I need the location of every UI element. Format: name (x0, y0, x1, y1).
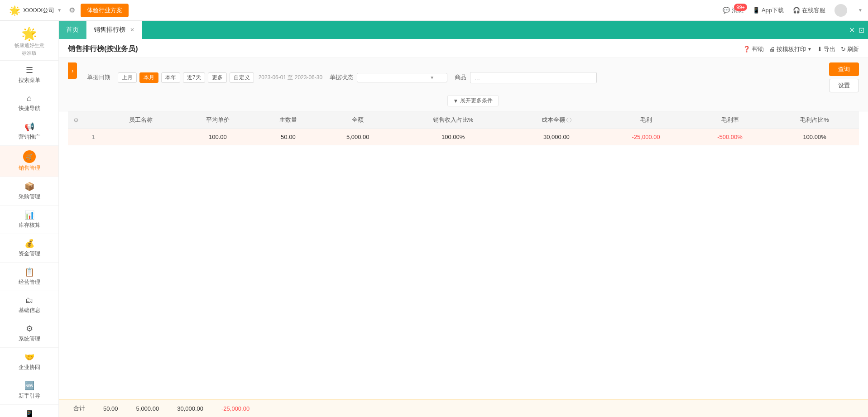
phone-icon: 📱 (753, 7, 760, 14)
table-row: 1 100.00 50.00 5,000.00 100.00% 30,000.0… (68, 129, 859, 145)
online-service-btn[interactable]: 🎧 在线客服 (793, 6, 825, 14)
sidebar-item-basic-info-label: 基础信息 (19, 307, 40, 314)
help-btn[interactable]: ❓ 帮助 (743, 45, 764, 53)
inventory-icon: 📊 (24, 210, 34, 220)
col-employee-name: 员工名称 (102, 111, 179, 129)
sidebar-item-system[interactable]: ⚙ 系统管理 (0, 319, 58, 348)
template-dropdown-icon: ▼ (807, 47, 812, 52)
goods-input[interactable]: … (470, 72, 597, 83)
purchase-icon: 📦 (24, 182, 34, 192)
message-icon: 💬 (723, 7, 730, 14)
user-name[interactable]: ▼ (856, 8, 863, 13)
status-filter: 单据状态 ▼ (330, 73, 447, 82)
row-avg-price: 100.00 (179, 129, 256, 145)
content-area: 首页 销售排行榜 ✕ ✕ ⊡ 销售排行榜(按业务员) ❓ 帮助 (59, 21, 868, 417)
status-dropdown-icon: ▼ (430, 75, 434, 80)
basic-info-icon: 🗂 (25, 296, 34, 305)
col-settings[interactable]: ⚙ (68, 111, 84, 129)
sidebar-item-app-center[interactable]: 📱 应用中心 (0, 405, 58, 417)
template-print-btn[interactable]: 🖨 按模板打印 ▼ (769, 45, 812, 53)
footer-total-amount: 5,000.00 (136, 405, 159, 412)
expand-conditions-btn[interactable]: ▼ 展开更多条件 (447, 95, 499, 106)
question-icon: ❓ (743, 46, 750, 53)
tab-sales-rank[interactable]: 销售排行榜 ✕ (86, 21, 142, 39)
home-icon: ⌂ (27, 94, 32, 103)
sidebar-item-enterprise[interactable]: 🤝 企业协同 (0, 348, 58, 376)
settings-gear-icon[interactable]: ⚙ (69, 6, 75, 14)
export-icon: ⬇ (817, 46, 822, 53)
row-gross-rate: -500.00% (690, 129, 770, 145)
sidebar-item-operation[interactable]: 📋 经营管理 (0, 263, 58, 291)
search-menu-icon: ☰ (26, 65, 33, 75)
col-avg-price: 平均单价 (179, 111, 256, 129)
date-range-selector: 上月 本月 本年 近7天 更多 自定义 2023-06-01 至 2023-06… (118, 72, 322, 83)
operation-icon: 📋 (24, 267, 34, 277)
date-btn-last-month[interactable]: 上月 (118, 72, 137, 83)
app-logo-icon: 🌟 (21, 26, 37, 41)
app-download-label: App下载 (762, 6, 784, 14)
tab-right-actions: ✕ ⊡ (849, 21, 868, 39)
sidebar-item-enterprise-label: 企业协同 (19, 364, 40, 371)
sidebar-item-inventory-label: 库存核算 (19, 221, 40, 229)
sidebar: 🌟 畅康通好生意 标准版 ☰ 搜索菜单 ⌂ 快捷导航 📢 营销推广 🛒 销售管理… (0, 21, 59, 417)
date-btn-this-month[interactable]: 本月 (139, 72, 158, 83)
date-btn-more[interactable]: 更多 (208, 72, 227, 83)
col-gross-rate: 毛利率 (690, 111, 770, 129)
chevron-down-icon: ▼ (453, 98, 459, 104)
row-cost-total: 30,000.00 (511, 129, 603, 145)
footer-total-label: 合计 (73, 404, 85, 412)
date-btn-7days[interactable]: 近7天 (183, 72, 205, 83)
tab-close-icon[interactable]: ✕ (130, 27, 134, 33)
sidebar-item-inventory[interactable]: 📊 库存核算 (0, 206, 58, 234)
tab-restore-btn[interactable]: ⊡ (858, 26, 864, 34)
refresh-btn[interactable]: ↻ 刷新 (841, 45, 859, 53)
sidebar-item-system-label: 系统管理 (19, 335, 40, 343)
date-range-text: 2023-06-01 至 2023-06-30 (259, 74, 322, 81)
sidebar-item-purchase[interactable]: 📦 采购管理 (0, 177, 58, 206)
date-btn-this-year[interactable]: 本年 (161, 72, 180, 83)
row-employee-name (102, 129, 179, 145)
company-selector[interactable]: 🌟 XXXXX公司 ▼ (5, 3, 65, 18)
sidebar-item-search[interactable]: ☰ 搜索菜单 (0, 61, 58, 89)
trial-btn[interactable]: 体验行业方案 (81, 4, 129, 17)
logo-subtitle: 畅康通好生意 (14, 42, 44, 49)
guide-icon: 🆕 (24, 381, 34, 391)
app-download-btn[interactable]: 📱 App下载 (753, 6, 784, 14)
app-center-icon: 📱 (24, 409, 34, 417)
sidebar-item-guide[interactable]: 🆕 新手引导 (0, 376, 58, 405)
sidebar-item-guide-label: 新手引导 (19, 392, 40, 400)
user-avatar[interactable] (834, 4, 847, 17)
marketing-icon: 📢 (24, 122, 34, 132)
export-btn[interactable]: ⬇ 导出 (817, 45, 835, 53)
sidebar-item-finance[interactable]: 💰 资金管理 (0, 234, 58, 263)
message-btn[interactable]: 💬 消息 99+ (723, 6, 743, 14)
sidebar-item-marketing[interactable]: 📢 营销推广 (0, 117, 58, 146)
date-btn-custom[interactable]: 自定义 (230, 72, 254, 83)
goods-filter: 商品 … (455, 72, 597, 83)
company-dropdown-icon: ▼ (57, 8, 62, 13)
query-btn[interactable]: 查询 (829, 62, 859, 76)
filter-toggle-btn[interactable]: › (68, 62, 77, 79)
sidebar-item-quick-nav[interactable]: ⌂ 快捷导航 (0, 89, 58, 117)
sidebar-item-sales[interactable]: 🛒 销售管理 (0, 146, 58, 177)
sidebar-item-basic-info[interactable]: 🗂 基础信息 (0, 291, 58, 319)
refresh-icon: ↻ (841, 46, 846, 53)
table-footer: 合计 50.00 5,000.00 30,000.00 -25,000.00 (59, 399, 868, 417)
sidebar-item-purchase-label: 采购管理 (19, 193, 40, 201)
filter-area: › 单据日期 上月 本月 本年 近7天 更多 自定义 2023-06- (59, 58, 868, 111)
page-header: 销售排行榜(按业务员) ❓ 帮助 🖨 按模板打印 ▼ ⬇ 导出 (59, 39, 868, 58)
system-icon: ⚙ (26, 324, 33, 334)
tab-home-label: 首页 (66, 26, 79, 34)
setting-btn[interactable]: 设置 (829, 79, 859, 92)
tab-bar: 首页 销售排行榜 ✕ ✕ ⊡ (59, 21, 868, 39)
tab-home[interactable]: 首页 (59, 21, 86, 39)
sidebar-logo: 🌟 畅康通好生意 标准版 (0, 21, 58, 61)
headset-icon: 🎧 (793, 7, 800, 14)
enterprise-icon: 🤝 (24, 352, 34, 362)
expand-label: 展开更多条件 (460, 97, 493, 105)
status-select[interactable]: ▼ (357, 73, 447, 82)
row-sales-ratio: 100.00% (396, 129, 511, 145)
tab-close-window-btn[interactable]: ✕ (849, 26, 855, 34)
goods-label: 商品 (455, 73, 466, 81)
date-label: 单据日期 (87, 73, 110, 81)
